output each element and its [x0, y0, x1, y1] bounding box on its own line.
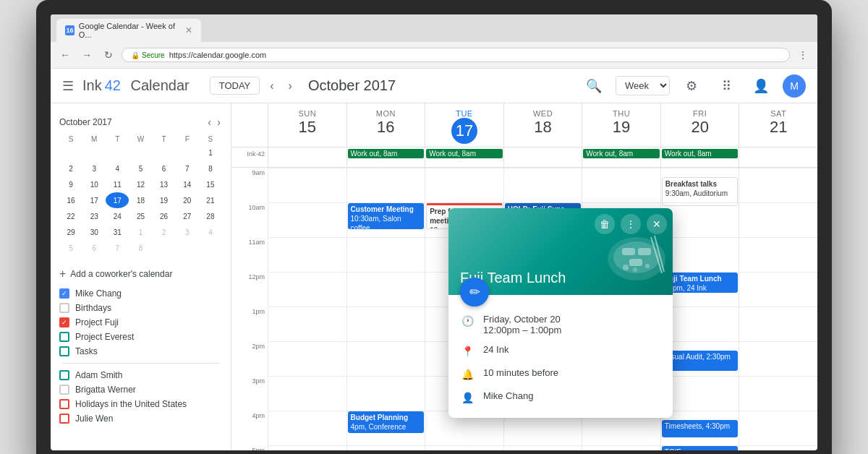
calendar-checkbox-project-everest[interactable] — [59, 332, 69, 342]
calendar-checkbox-julie-wen[interactable] — [59, 414, 69, 424]
mini-cal-cell[interactable]: 13 — [153, 176, 176, 192]
calendar-item-project-fuji[interactable]: Project Fuji — [54, 315, 228, 330]
event-tgif[interactable]: TGIF5 – 6pm — [662, 446, 739, 450]
calendar-checkbox-holidays[interactable] — [59, 399, 69, 409]
mini-cal-cell[interactable]: 28 — [199, 208, 222, 224]
grid-cell-sun-3[interactable] — [268, 376, 346, 411]
mini-cal-cell[interactable]: 29 — [59, 224, 82, 240]
mini-cal-cell[interactable]: 3 — [176, 224, 199, 240]
grid-cell-sun-1[interactable] — [268, 307, 346, 341]
reload-btn[interactable]: ↻ — [100, 46, 117, 64]
mini-cal-cell[interactable]: 6 — [153, 160, 176, 176]
calendar-checkbox-tasks[interactable] — [59, 346, 69, 356]
grid-cell-sun-5[interactable] — [268, 445, 346, 450]
hamburger-icon[interactable]: ☰ — [62, 78, 74, 94]
search-btn[interactable]: 🔍 — [581, 73, 607, 99]
calendar-checkbox-mike-chang[interactable] — [59, 288, 69, 299]
mini-cal-cell[interactable]: 10 — [82, 176, 106, 192]
calendar-item-adam-smith[interactable]: Adam Smith — [54, 368, 228, 382]
grid-cell-mon-3[interactable] — [346, 376, 425, 411]
grid-cell-thu-9[interactable] — [582, 168, 660, 202]
calendar-item-project-everest[interactable]: Project Everest — [54, 330, 228, 344]
prev-month-btn[interactable]: ‹ — [206, 115, 213, 129]
event-fuji-team-lunch[interactable]: Fuji Team Lunch 12pm, 24 Ink — [662, 273, 739, 293]
address-bar[interactable]: 🔒 Secure https://calendar.google.com — [122, 48, 790, 62]
back-btn[interactable]: ← — [56, 46, 74, 64]
mini-cal-cell[interactable]: 4 — [106, 160, 129, 176]
grid-cell-mon-1[interactable] — [346, 307, 425, 341]
today-button[interactable]: TODAY — [210, 77, 260, 95]
grid-cell-wed-5[interactable] — [503, 445, 582, 450]
mini-cal-cell[interactable]: 25 — [129, 208, 152, 224]
grid-cell-sat-10[interactable] — [739, 202, 817, 237]
grid-cell-fri-5[interactable]: TGIF5 – 6pm — [660, 445, 739, 450]
mini-cal-cell[interactable]: 27 — [176, 208, 199, 224]
grid-cell-sun-4[interactable] — [268, 411, 346, 445]
grid-cell-mon-2[interactable] — [346, 341, 425, 376]
grid-cell-thu-5[interactable] — [582, 445, 660, 450]
grid-cell-wed-9[interactable] — [503, 168, 582, 202]
mini-cal-cell[interactable] — [153, 145, 176, 160]
account-btn[interactable]: 👤 — [748, 73, 774, 99]
popup-delete-btn[interactable]: 🗑 — [595, 214, 615, 234]
mini-cal-cell[interactable]: 14 — [176, 176, 199, 192]
calendar-item-holidays[interactable]: Holidays in the United States — [54, 397, 228, 411]
mini-cal-cell[interactable] — [106, 145, 129, 160]
mini-cal-cell[interactable]: 1 — [199, 145, 222, 160]
apps-btn[interactable]: ⠿ — [713, 73, 739, 99]
mini-cal-cell[interactable]: 5 — [129, 160, 152, 176]
allday-event-mon[interactable]: Work out, 8am — [348, 149, 425, 158]
grid-cell-sun-12[interactable] — [268, 272, 346, 307]
mini-cal-cell[interactable]: 6 — [82, 240, 106, 256]
mini-cal-cell[interactable]: 2 — [59, 160, 82, 176]
active-tab[interactable]: 16 Google Calendar - Week of O... ✕ — [56, 19, 201, 42]
mini-cal-cell[interactable]: 2 — [153, 224, 176, 240]
calendar-checkbox-project-fuji[interactable] — [59, 317, 69, 327]
grid-cell-mon-4[interactable]: Budget Planning4pm, Conference Room — [346, 411, 425, 445]
event-customer-meeting[interactable]: Customer Meeting10:30am, Salon coffee — [348, 203, 425, 229]
mini-cal-cell[interactable]: 17 — [82, 192, 106, 208]
mini-cal-cell[interactable]: 8 — [129, 240, 152, 256]
mini-cal-cell[interactable]: 4 — [199, 224, 222, 240]
mini-cal-cell[interactable] — [129, 145, 152, 160]
mini-cal-cell[interactable]: 1 — [129, 224, 152, 240]
mini-cal-cell[interactable]: 30 — [82, 224, 106, 240]
mini-cal-cell[interactable]: 26 — [153, 208, 176, 224]
grid-cell-sun-11[interactable] — [268, 237, 346, 272]
forward-btn[interactable]: → — [78, 46, 95, 64]
grid-cell-sat-12[interactable] — [739, 272, 817, 307]
mini-cal-cell[interactable]: 16 — [59, 192, 82, 208]
grid-cell-fri-9[interactable]: Breakfast talks9:30am, Auditorium — [660, 168, 739, 202]
grid-cell-mon-9[interactable] — [346, 168, 425, 202]
popup-close-btn[interactable]: ✕ — [647, 214, 667, 234]
event-timesheets[interactable]: Timesheets, 4:30pm — [662, 420, 739, 437]
mini-cal-cell[interactable]: 21 — [199, 192, 222, 208]
mini-cal-cell[interactable] — [176, 145, 199, 160]
more-btn[interactable]: ⋮ — [794, 46, 812, 64]
add-coworker-btn[interactable]: + Add a coworker's calendar — [51, 262, 231, 286]
grid-cell-sat-9[interactable] — [739, 168, 817, 202]
mini-cal-cell[interactable]: 19 — [153, 192, 176, 208]
event-breakfast-talks[interactable]: Breakfast talks9:30am, Auditorium — [662, 177, 739, 206]
mini-cal-cell[interactable]: 5 — [59, 240, 82, 256]
allday-event-fri[interactable]: Work out, 8am — [662, 149, 739, 158]
mini-cal-cell[interactable]: 12 — [129, 176, 152, 192]
grid-cell-sat-11[interactable] — [739, 237, 817, 272]
grid-cell-mon-11[interactable] — [346, 237, 425, 272]
calendar-checkbox-birthdays[interactable] — [59, 303, 69, 313]
grid-cell-sat-4[interactable] — [739, 411, 817, 445]
mini-cal-cell[interactable]: 24 — [106, 208, 129, 224]
grid-cell-sat-2[interactable] — [739, 341, 817, 376]
mini-cal-cell[interactable]: 23 — [82, 208, 106, 224]
grid-cell-sat-5[interactable] — [739, 445, 817, 450]
mini-cal-cell[interactable]: 22 — [59, 208, 82, 224]
grid-cell-mon-10[interactable]: Customer Meeting10:30am, Salon coffee — [346, 202, 425, 237]
calendar-checkbox-adam-smith[interactable] — [59, 370, 69, 380]
mini-cal-cell[interactable]: 7 — [106, 240, 129, 256]
grid-cell-tue-5[interactable] — [425, 445, 503, 450]
next-month-btn[interactable]: › — [216, 115, 222, 129]
grid-cell-fri-4[interactable]: Timesheets, 4:30pm — [660, 411, 739, 445]
avatar[interactable]: M — [783, 74, 806, 98]
grid-cell-sun-2[interactable] — [268, 341, 346, 376]
calendar-item-brigatta-werner[interactable]: Brigatta Werner — [54, 382, 228, 397]
